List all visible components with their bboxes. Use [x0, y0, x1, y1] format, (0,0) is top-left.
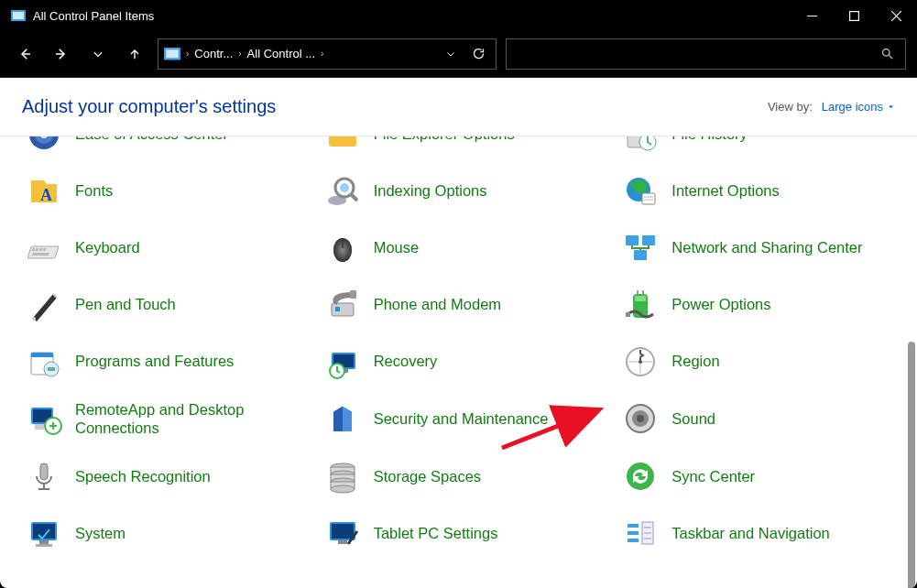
control-panel-item-label: Recovery: [374, 352, 438, 371]
svg-rect-32: [32, 253, 49, 256]
control-panel-item[interactable]: Tablet PC Settings: [319, 511, 610, 555]
power-icon: [622, 287, 659, 323]
fonts-icon: A: [26, 173, 62, 210]
folder-icon: [324, 136, 361, 153]
control-panel-item[interactable]: Sync Center: [617, 454, 908, 498]
refresh-button[interactable]: [466, 40, 490, 68]
system-icon: [26, 515, 62, 551]
up-button[interactable]: [121, 40, 148, 68]
svg-text:A: A: [40, 186, 52, 204]
svg-rect-37: [642, 235, 655, 245]
control-panel-item[interactable]: Speech Recognition: [20, 454, 311, 498]
content-header: Adjust your computer's settings View by:…: [0, 78, 917, 136]
control-panel-item-label: File History: [671, 136, 748, 144]
svg-point-39: [32, 317, 36, 321]
breadcrumb-segment[interactable]: Contr...›: [194, 47, 243, 60]
control-panel-item-label: Internet Options: [671, 181, 779, 201]
svg-rect-81: [338, 540, 347, 544]
control-panel-item-label: Taskbar and Navigation: [671, 524, 829, 543]
svg-point-74: [627, 463, 654, 490]
control-panel-item-label: Tablet PC Settings: [374, 524, 498, 543]
back-button[interactable]: [11, 40, 38, 68]
control-panel-item[interactable]: Phone and Modem: [319, 283, 610, 327]
control-panel-item[interactable]: Network and Sharing Center: [617, 226, 908, 270]
svg-rect-3: [849, 11, 858, 20]
window-title: All Control Panel Items: [33, 9, 154, 23]
control-panel-item[interactable]: AFonts: [20, 169, 311, 213]
control-panel-item-label: Power Options: [671, 295, 770, 314]
control-panel-item-label: Speech Recognition: [75, 467, 211, 486]
address-bar[interactable]: › Contr...› All Control ...›: [158, 38, 497, 70]
control-panel-item[interactable]: Region: [617, 340, 908, 384]
scrollbar-thumb[interactable]: [908, 342, 915, 588]
svg-rect-41: [335, 307, 340, 311]
indexing-icon: [324, 173, 361, 210]
control-panel-item[interactable]: Sound: [617, 397, 908, 441]
svg-rect-42: [350, 290, 356, 299]
mouse-icon: [324, 230, 361, 267]
phone-icon: [324, 287, 361, 323]
svg-rect-27: [27, 246, 59, 258]
svg-rect-47: [626, 312, 630, 317]
control-panel-item[interactable]: Taskbar and Navigation: [617, 511, 908, 555]
svg-rect-82: [628, 524, 639, 528]
security-icon: [324, 400, 361, 437]
control-panel-item-label: Phone and Modem: [374, 295, 501, 314]
control-panel-item[interactable]: Keyboard: [20, 226, 311, 270]
control-panel-item-label: Sync Center: [671, 467, 755, 486]
minimize-button[interactable]: [791, 0, 833, 31]
control-panel-item[interactable]: File History: [617, 136, 908, 157]
control-panel-item[interactable]: Power Options: [617, 283, 908, 327]
svg-rect-36: [626, 235, 639, 245]
close-button[interactable]: [875, 0, 917, 31]
control-panel-item-label: Ease of Access Center: [75, 136, 228, 144]
internet-icon: [622, 173, 659, 210]
control-panel-item[interactable]: Ease of Access Center: [20, 136, 311, 157]
control-panel-item-label: File Explorer Options: [374, 136, 515, 144]
svg-rect-80: [332, 524, 354, 539]
control-panel-item[interactable]: Recovery: [319, 340, 610, 384]
svg-rect-40: [332, 303, 354, 316]
control-panel-item[interactable]: Internet Options: [617, 169, 908, 213]
network-icon: [622, 230, 659, 267]
control-panel-item-label: Sound: [671, 409, 715, 429]
maximize-button[interactable]: [833, 0, 875, 31]
control-panel-item-label: Network and Sharing Center: [671, 238, 862, 257]
control-panel-item[interactable]: File Explorer Options: [319, 136, 610, 157]
control-panel-item[interactable]: Indexing Options: [319, 169, 610, 213]
search-input[interactable]: [506, 38, 906, 70]
speech-icon: [26, 458, 62, 495]
control-panel-item-label: Security and Maintenance: [374, 409, 549, 429]
control-panel-item-label: Programs and Features: [75, 352, 234, 371]
filehist-icon: [622, 136, 659, 153]
region-icon: [622, 343, 659, 380]
control-panel-item[interactable]: Storage Spaces: [319, 454, 610, 498]
navigation-bar: › Contr...› All Control ...›: [0, 31, 917, 77]
forward-button[interactable]: [48, 40, 75, 68]
control-panel-app-icon: [11, 8, 26, 23]
chevron-right-icon: ›: [236, 49, 243, 59]
page-title: Adjust your computer's settings: [22, 96, 768, 117]
svg-rect-38: [634, 250, 647, 260]
svg-rect-44: [635, 296, 646, 301]
control-panel-item[interactable]: RemoteApp and Desktop Connections: [20, 397, 311, 441]
view-by-select[interactable]: Large icons: [822, 100, 895, 114]
svg-rect-24: [642, 193, 655, 204]
address-dropdown-button[interactable]: [439, 40, 463, 68]
chevron-right-icon: ›: [184, 49, 191, 59]
control-panel-item[interactable]: Mouse: [319, 226, 610, 270]
control-panel-item[interactable]: System: [20, 511, 311, 555]
recent-locations-button[interactable]: [84, 40, 112, 68]
control-panel-item-label: Pen and Touch: [75, 295, 176, 314]
control-panel-item[interactable]: Security and Maintenance: [319, 397, 610, 441]
keyboard-icon: [26, 230, 62, 267]
control-panel-item[interactable]: Programs and Features: [20, 340, 311, 384]
control-panel-item[interactable]: Pen and Touch: [20, 283, 311, 327]
view-by-label: View by:: [768, 100, 813, 114]
svg-rect-78: [36, 544, 52, 547]
breadcrumb-segment[interactable]: All Control ...›: [247, 47, 326, 60]
svg-rect-64: [40, 463, 48, 480]
svg-rect-45: [637, 290, 639, 295]
remoteapp-icon: [26, 400, 62, 437]
scrollbar[interactable]: [906, 213, 915, 588]
